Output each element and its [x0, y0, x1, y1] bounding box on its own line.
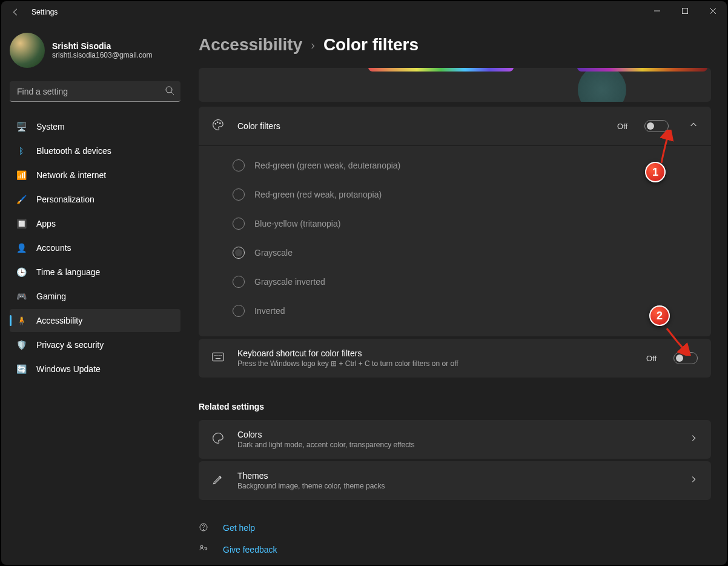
nav-label: Apps	[36, 219, 56, 228]
monitor-icon: 🖥️	[16, 121, 27, 132]
filter-grayscale[interactable]: Grayscale	[233, 238, 711, 267]
related-header: Related settings	[199, 402, 711, 411]
nav-privacy[interactable]: 🛡️Privacy & security	[10, 333, 180, 356]
filter-label: Grayscale	[254, 248, 293, 258]
nav-label: Accessibility	[36, 316, 82, 325]
nav-system[interactable]: 🖥️System	[10, 115, 180, 138]
nav-label: Gaming	[36, 291, 66, 301]
svg-rect-1	[683, 8, 688, 14]
shield-icon: 🛡️	[16, 339, 27, 350]
filter-label: Blue-yellow (tritanopia)	[254, 219, 340, 228]
nav-accessibility[interactable]: 🧍Accessibility	[10, 309, 180, 332]
svg-point-6	[220, 123, 221, 124]
nav-list: 🖥️System ᛒBluetooth & devices 📶Network &…	[10, 115, 180, 381]
nav-bluetooth[interactable]: ᛒBluetooth & devices	[10, 139, 180, 162]
nav-network[interactable]: 📶Network & internet	[10, 164, 180, 187]
filter-label: Red-green (red weak, protanopia)	[254, 190, 382, 199]
related-desc: Dark and light mode, accent color, trans…	[237, 441, 669, 449]
nav-time[interactable]: 🕒Time & language	[10, 261, 180, 284]
nav-label: Network & internet	[36, 170, 106, 180]
nav-accounts[interactable]: 👤Accounts	[10, 236, 180, 259]
profile-email: srishti.sisodia1603@gmail.com	[52, 51, 153, 59]
pen-icon	[212, 473, 225, 488]
radio-icon	[233, 188, 245, 201]
gamepad-icon: 🎮	[16, 291, 27, 302]
svg-rect-7	[213, 353, 223, 361]
kb-shortcut-toggle[interactable]	[673, 352, 698, 364]
keyboard-icon	[212, 352, 225, 364]
filter-protanopia[interactable]: Red-green (red weak, protanopia)	[233, 180, 711, 209]
wifi-icon: 📶	[16, 170, 27, 181]
related-colors-card[interactable]: Colors Dark and light mode, accent color…	[199, 420, 711, 459]
nav-label: Time & language	[36, 267, 100, 277]
accessibility-icon: 🧍	[16, 315, 27, 326]
chevron-right-icon: ›	[311, 38, 315, 52]
link-label: Get help	[223, 523, 255, 533]
page-title: Color filters	[323, 35, 419, 55]
svg-line-3	[171, 92, 174, 95]
filter-tritanopia[interactable]: Blue-yellow (tritanopia)	[233, 209, 711, 238]
maximize-button[interactable]	[671, 1, 699, 21]
svg-point-5	[217, 122, 218, 123]
nav-update[interactable]: 🔄Windows Update	[10, 358, 180, 381]
sidebar: Srishti Sisodia srishti.sisodia1603@gmai…	[1, 23, 189, 565]
filter-deuteranopia[interactable]: Red-green (green weak, deuteranopia)	[233, 151, 711, 180]
search-input[interactable]	[10, 81, 180, 102]
keyboard-shortcut-card: Keyboard shortcut for color filters Pres…	[199, 339, 711, 378]
window-title: Settings	[31, 8, 58, 16]
radio-icon	[233, 218, 245, 230]
color-filters-toggle[interactable]	[644, 120, 669, 132]
close-button[interactable]	[699, 1, 727, 21]
nav-label: Personalization	[36, 195, 94, 204]
filter-label: Grayscale inverted	[254, 277, 325, 287]
person-icon: 👤	[16, 242, 27, 253]
bluetooth-icon: ᛒ	[16, 145, 27, 156]
filter-inverted[interactable]: Inverted	[233, 296, 711, 325]
get-help-link[interactable]: Get help	[199, 517, 711, 539]
related-title: Themes	[237, 471, 669, 481]
color-filters-card: Color filters Off Red-green (green weak,…	[199, 107, 711, 336]
main-content: Accessibility › Color filters Color filt…	[189, 23, 727, 565]
filter-label: Inverted	[254, 306, 285, 316]
brush-icon: 🖌️	[16, 194, 27, 205]
svg-point-14	[204, 529, 204, 530]
filter-grayscale-inverted[interactable]: Grayscale inverted	[233, 267, 711, 296]
nav-label: Privacy & security	[36, 340, 104, 350]
nav-label: Windows Update	[36, 364, 101, 374]
nav-gaming[interactable]: 🎮Gaming	[10, 285, 180, 308]
palette-icon	[212, 432, 225, 447]
radio-icon	[233, 276, 245, 288]
back-button[interactable]	[4, 1, 28, 23]
filter-label: Red-green (green weak, deuteranopia)	[254, 161, 400, 170]
chevron-up-icon[interactable]	[689, 121, 698, 132]
avatar	[10, 33, 45, 68]
breadcrumb-parent[interactable]: Accessibility	[199, 35, 302, 55]
link-label: Give feedback	[223, 545, 277, 554]
toggle-state: Off	[617, 122, 627, 131]
titlebar: Settings	[1, 1, 727, 23]
clock-icon: 🕒	[16, 267, 27, 278]
search-icon	[165, 85, 174, 98]
chevron-right-icon	[689, 475, 698, 486]
nav-label: System	[36, 122, 65, 132]
help-icon	[199, 522, 210, 534]
nav-label: Bluetooth & devices	[36, 146, 111, 156]
give-feedback-link[interactable]: Give feedback	[199, 539, 711, 561]
breadcrumb: Accessibility › Color filters	[199, 35, 711, 55]
palette-icon	[212, 119, 225, 133]
nav-label: Accounts	[36, 243, 71, 253]
filter-options: Red-green (green weak, deuteranopia) Red…	[199, 145, 711, 336]
related-themes-card[interactable]: Themes Background image, theme color, th…	[199, 461, 711, 500]
profile-block[interactable]: Srishti Sisodia srishti.sisodia1603@gmai…	[10, 33, 180, 68]
svg-point-2	[166, 87, 172, 93]
toggle-state: Off	[646, 354, 657, 363]
nav-personalization[interactable]: 🖌️Personalization	[10, 188, 180, 211]
apps-icon: 🔲	[16, 218, 27, 229]
related-desc: Background image, theme color, theme pac…	[237, 482, 669, 490]
chevron-right-icon	[689, 434, 698, 445]
minimize-button[interactable]	[643, 1, 671, 21]
update-icon: 🔄	[16, 364, 27, 375]
nav-apps[interactable]: 🔲Apps	[10, 212, 180, 235]
profile-name: Srishti Sisodia	[52, 41, 153, 51]
radio-icon	[233, 247, 245, 259]
